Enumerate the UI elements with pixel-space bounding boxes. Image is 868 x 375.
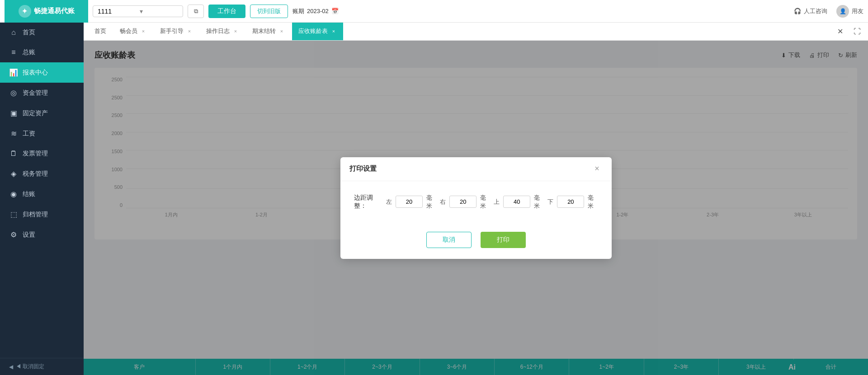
workbench-button[interactable]: 工作台 [208,5,245,18]
print-confirm-button[interactable]: 打印 [481,232,526,248]
margin-label: 边距调整： [354,194,381,210]
cancel-button[interactable]: 取消 [426,232,472,248]
period-text: 账期 [292,7,304,15]
period-value: 2023-02 [307,8,329,14]
sidebar-item-label: 报表中心 [23,69,48,77]
sidebar-item-label: 设置 [23,231,35,239]
left-unit: 毫米 [426,194,436,210]
sidebar-item-checkout[interactable]: ◉ 结账 [0,184,84,204]
bottom-margin-input[interactable] [557,196,584,208]
sidebar-item-fixed-assets[interactable]: ▣ 固定资产 [0,103,84,123]
tab-close-icon[interactable]: × [140,28,146,34]
period-display: 账期 2023-02 📅 [292,7,339,15]
tab-home[interactable]: 首页 [88,23,113,40]
tab-close-icon[interactable]: × [278,28,285,34]
sidebar-item-label: 税务管理 [23,170,48,178]
dialog-header: 打印设置 × [340,157,612,181]
tab-close-icon[interactable]: × [186,28,193,34]
top-unit: 毫米 [534,194,544,210]
checkout-icon: ◉ [9,190,18,198]
tab-bar-right: ✕ ⛶ [834,23,863,40]
content-area: 首页 畅会员 × 新手引导 × 操作日志 × 期末结转 × 应收账龄表 × [84,23,868,375]
fund-icon: ◎ [9,89,18,97]
header: ✦ 畅捷通易代账 1111 ▾ ⧉ 工作台 切到旧版 账期 2023-02 📅 … [0,0,868,23]
company-selector[interactable]: 1111 ▾ [93,5,183,17]
top-label: 上 [494,198,500,206]
top-margin-input[interactable] [503,196,530,208]
right-label: 右 [440,198,446,206]
sidebar-item-label: 工资 [23,130,35,138]
main-layout: ⌂ 首页 ≡ 总账 📊 报表中心 ◎ 资金管理 ▣ 固定资产 ≋ 工资 [0,23,868,375]
tab-label: 应收账龄表 [298,27,328,35]
sidebar-item-label: 固定资产 [23,109,48,117]
margin-row: 边距调整： 左 毫米 右 毫米 上 毫米 下 毫米 [354,194,598,210]
pin-icon: ◀ [9,364,13,370]
tab-label: 操作日志 [206,27,230,35]
ledger-icon: ≡ [9,48,18,56]
sidebar-item-archive[interactable]: ⬚ 归档管理 [0,204,84,225]
consult-label: 人工咨询 [804,7,827,15]
sidebar-item-general-ledger[interactable]: ≡ 总账 [0,42,84,62]
logo-text: 畅捷通易代账 [34,7,75,15]
user-label: 用友 [852,7,863,15]
archive-icon: ⬚ [9,210,18,219]
dialog-close-button[interactable]: × [592,164,603,174]
copy-icon: ⧉ [194,8,198,15]
sidebar-scroll: ⌂ 首页 ≡ 总账 📊 报表中心 ◎ 资金管理 ▣ 固定资产 ≋ 工资 [0,23,84,358]
home-icon: ⌂ [9,28,18,37]
payroll-icon: ≋ [9,129,18,138]
tab-expand-button[interactable]: ⛶ [851,25,863,38]
tab-guide[interactable]: 新手引导 × [154,23,199,40]
left-label: 左 [386,198,392,206]
left-margin-input[interactable] [396,196,423,208]
tab-period-closing[interactable]: 期末结转 × [246,23,291,40]
bottom-unit: 毫米 [588,194,598,210]
tab-label: 期末结转 [252,27,276,35]
sidebar-item-report-center[interactable]: 📊 报表中心 [0,62,84,83]
tab-bar: 首页 畅会员 × 新手引导 × 操作日志 × 期末结转 × 应收账龄表 × [84,23,868,41]
sidebar-item-label: 归档管理 [23,211,48,219]
settings-icon: ⚙ [9,230,18,239]
dialog-footer: 取消 打印 [340,228,612,259]
expand-icon: ⛶ [854,28,861,36]
sidebar: ⌂ 首页 ≡ 总账 📊 报表中心 ◎ 资金管理 ▣ 固定资产 ≋ 工资 [0,23,84,375]
report-icon: 📊 [9,68,18,77]
switch-version-button[interactable]: 切到旧版 [250,5,288,18]
sidebar-item-label: 总账 [23,48,35,56]
sidebar-item-home[interactable]: ⌂ 首页 [0,23,84,42]
calendar-icon[interactable]: 📅 [331,8,339,14]
sidebar-item-invoice[interactable]: 🗒 发票管理 [0,144,84,164]
tab-member[interactable]: 畅会员 × [113,23,153,40]
close-icon: ✕ [837,27,843,36]
dialog-overlay: 打印设置 × 边距调整： 左 毫米 右 毫米 上 [84,41,868,375]
right-unit: 毫米 [480,194,490,210]
bottom-label: 下 [547,198,553,206]
tab-label: 畅会员 [120,27,137,35]
avatar: 👤 [836,5,849,18]
sidebar-item-tax[interactable]: ◈ 税务管理 [0,164,84,184]
tab-close-icon[interactable]: × [232,28,239,34]
invoice-icon: 🗒 [9,150,18,158]
tax-icon: ◈ [9,169,18,178]
tab-close-icon[interactable]: × [330,28,337,34]
page-content: 应收账龄表 ⬇ 下载 🖨 打印 ↻ 刷新 [84,41,868,375]
dialog-body: 边距调整： 左 毫米 右 毫米 上 毫米 下 毫米 [340,181,612,228]
logo: ✦ 畅捷通易代账 [5,0,88,23]
sidebar-item-label: 结账 [23,190,35,198]
tab-ar-aging[interactable]: 应收账龄表 × [292,23,343,40]
sidebar-item-fund-management[interactable]: ◎ 资金管理 [0,83,84,103]
consult-button[interactable]: 🎧 人工咨询 [794,7,827,15]
tab-operation-log[interactable]: 操作日志 × [200,23,245,40]
tab-label: 首页 [94,27,106,35]
copy-button[interactable]: ⧉ [188,5,204,18]
chevron-down-icon: ▾ [140,8,178,15]
sidebar-item-label: 资金管理 [23,89,48,97]
sidebar-item-label: 发票管理 [23,150,48,158]
right-margin-input[interactable] [449,196,476,208]
user-info[interactable]: 👤 用友 [836,5,863,18]
sidebar-toggle-footer[interactable]: ◀ ◀ 取消固定 [0,358,84,375]
sidebar-item-settings[interactable]: ⚙ 设置 [0,225,84,245]
print-settings-dialog: 打印设置 × 边距调整： 左 毫米 右 毫米 上 [340,157,612,259]
tab-close-all-button[interactable]: ✕ [834,25,846,38]
sidebar-item-payroll[interactable]: ≋ 工资 [0,123,84,144]
